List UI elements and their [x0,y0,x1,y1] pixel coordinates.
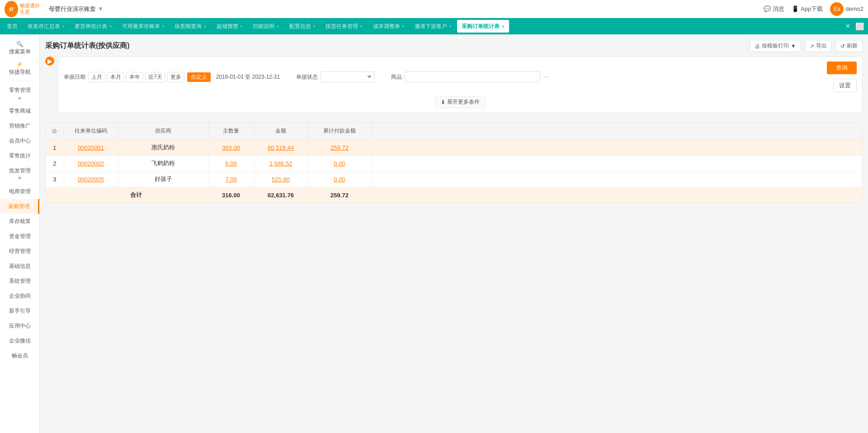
tab-close-icon[interactable]: × [162,24,165,29]
date-btn-more[interactable]: 更多 [167,72,184,82]
tab-purchase-order-stats[interactable]: 采购订单统计表 × [457,20,509,33]
sidebar-item-wholesale[interactable]: 批发管理 ▼ [0,163,39,184]
tab-close-icon[interactable]: × [203,24,206,29]
row-amount: 525.80 [254,171,308,187]
tab-close-icon[interactable]: × [360,24,363,29]
query-button[interactable]: 查询 [827,62,857,74]
tab-config[interactable]: 配置信息 × [285,20,320,33]
tab-home[interactable]: 首页 [2,20,22,33]
content-area: 采购订单统计表(按供应商) 🖨 按模板打印 ▼ ↗ 导出 ↺ 刷新 ▶ [40,34,868,433]
date-label: 单据日期 [64,73,85,81]
tab-pick-task[interactable]: 拣货任务管理 × [321,20,367,33]
column-settings-icon[interactable]: ⚙ [52,128,57,135]
sidebar-item-members[interactable]: 会员中心 [0,133,39,148]
tab-close-icon[interactable]: × [449,24,452,29]
filter-date-range-group: 2016-01-01 至 2023-12-31 [216,73,280,81]
sidebar-quick-nav[interactable]: ⚡ 快捷导航 [0,58,39,79]
filter-toggle-button[interactable]: ▶ [45,57,54,66]
sidebar-item-ecommerce[interactable]: 电商管理 [0,184,39,199]
nav-window-close-icon[interactable]: × [844,22,852,30]
tab-function-desc[interactable]: 功能说明 × [248,20,283,33]
tab-expiry[interactable]: 保质期查询 × [170,20,211,33]
user-menu[interactable]: Ea demo2 [830,2,863,16]
paid-link[interactable]: 0.00 [334,160,345,167]
date-btn-last-month[interactable]: 上月 [88,72,105,82]
tab-close-icon[interactable]: × [240,24,243,29]
date-btn-7days[interactable]: 近7天 [145,72,165,82]
sidebar-item-marketing[interactable]: 营销推广 [0,119,39,133]
tab-invite-downstream[interactable]: 邀请下游客户 × [410,20,456,33]
sidebar-item-retail-stats[interactable]: 零售统计 [0,148,39,163]
retail-mgmt-label: 零售管理 [9,86,31,94]
amount-link[interactable]: 525.80 [272,176,290,183]
code-link[interactable]: 00020001 [78,144,104,151]
sidebar-item-enterprise-collab[interactable]: 企业协同 [0,289,39,304]
code-link[interactable]: 00020005 [78,176,104,183]
tab-close-icon[interactable]: × [276,24,279,29]
goods-input[interactable] [405,71,540,82]
sidebar-item-purchase[interactable]: 采购管理 [0,199,39,214]
amount-link[interactable]: 60,519.44 [268,144,294,151]
row-paid: 259.72 [308,140,371,156]
tab-order-stats[interactable]: 要货单统计表 × [70,20,116,33]
app-download-button[interactable]: 📱 App下载 [792,5,823,13]
qty-link[interactable]: 6.00 [225,160,236,167]
row-paid: 0.00 [308,171,371,187]
footer-paid: 259.72 [308,187,371,203]
status-select[interactable] [321,71,375,82]
row-index: 3 [46,171,64,187]
date-btn-this-year[interactable]: 本年 [126,72,143,82]
settings-button[interactable]: 设置 [833,79,857,92]
row-code: 00020005 [64,171,118,187]
sidebar-search[interactable]: 🔍 搜索菜单 [0,38,39,58]
tab-receipt-summary[interactable]: 收发存汇总表 × [23,20,69,33]
sidebar-item-retail-mgmt[interactable]: 零售管理 ▲ [0,83,39,104]
sidebar-item-operations[interactable]: 经营管理 [0,244,39,259]
nav-window-maximize-icon[interactable]: ⬜ [854,22,866,31]
row-qty: 7.00 [208,171,254,187]
sidebar-item-inventory[interactable]: 库存核算 [0,214,39,229]
sidebar-item-basic-info[interactable]: 基础信息 [0,259,39,274]
code-link[interactable]: 00020002 [78,160,104,167]
qty-link[interactable]: 7.00 [225,176,236,183]
paid-link[interactable]: 0.00 [334,176,345,183]
sidebar-item-app-center[interactable]: 应用中心 [0,319,39,333]
goods-more-icon[interactable]: ··· [543,73,549,81]
tab-overstock-warning[interactable]: 超储预警 × [212,20,247,33]
tab-close-icon[interactable]: × [313,24,316,29]
col-qty-header: 主数量 [208,123,254,140]
amount-link[interactable]: 1,586.52 [269,160,292,167]
filter-row-1: 单据日期 上月 本月 本年 近7天 更多 自定义 2016-01-01 至 20… [64,62,857,92]
row-qty: 6.00 [208,156,254,171]
workspace-selector[interactable]: 母婴行业演示账套 ▼ [49,5,104,13]
tab-close-icon[interactable]: × [62,24,65,29]
expand-more-button[interactable]: ⬇ 展开更多条件 [435,96,486,108]
search-icon: 🔍 [16,41,23,47]
messages-button[interactable]: 💬 消息 [764,5,784,13]
template-print-button[interactable]: 🖨 按模板打印 ▼ [750,40,801,52]
table-row: 1 00020001 惠氏奶粉 303.00 60,519.44 259.72 [46,140,862,156]
sidebar-item-enterprise-wechat[interactable]: 企业微信 [0,333,39,348]
tab-cost-adjust[interactable]: 成本调整单 × [368,20,409,33]
date-range-display: 2016-01-01 至 2023-12-31 [216,73,280,81]
footer-empty [46,187,64,203]
qty-link[interactable]: 303.00 [222,144,240,151]
sidebar-item-membership[interactable]: 畅会员 [0,348,39,363]
paid-link[interactable]: 259.72 [330,144,349,151]
col-supplier-header: 供应商 [118,123,208,140]
tab-close-icon[interactable]: × [109,24,112,29]
workspace-name: 母婴行业演示账套 [49,5,96,13]
date-btn-this-month[interactable]: 本月 [107,72,124,82]
tab-close-icon[interactable]: × [402,24,405,29]
refresh-button[interactable]: ↺ 刷新 [835,40,863,52]
footer-qty: 316.00 [208,187,254,203]
sidebar-item-finance[interactable]: 资金管理 [0,229,39,244]
sidebar-item-system[interactable]: 系统管理 [0,274,39,289]
row-paid: 0.00 [308,156,371,171]
export-button[interactable]: ↗ 导出 [805,40,832,52]
tab-close-icon[interactable]: × [501,24,504,29]
custom-date-badge[interactable]: 自定义 [187,72,211,82]
sidebar-item-newbie-guide[interactable]: 新手引导 [0,304,39,319]
tab-available-stock[interactable]: 可用量库存账本 × [118,20,169,33]
sidebar-item-retail-store[interactable]: 零售商城 [0,104,39,119]
